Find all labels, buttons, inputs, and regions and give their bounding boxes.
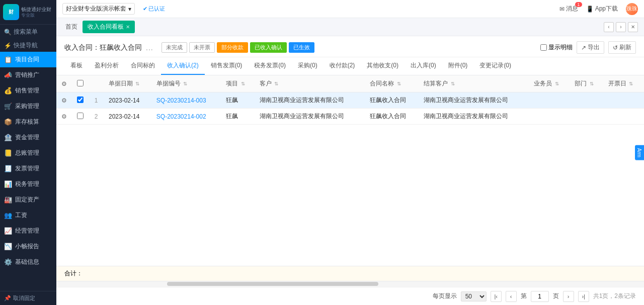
pin-icon: 📌 bbox=[4, 295, 11, 301]
first-page-button[interactable]: |‹ bbox=[491, 291, 502, 302]
status-incomplete[interactable]: 未完成 bbox=[162, 42, 187, 53]
purchase-icon: 🛒 bbox=[4, 103, 12, 111]
row-checkbox[interactable] bbox=[77, 113, 84, 119]
topbar-right: ✉ 1 消息 📱 App下载 珠珠 bbox=[559, 3, 638, 15]
page-header: 收入合同：狂飙收入合同 ... 未完成 未开票 部分收款 已收入确认 已生效 显… bbox=[56, 36, 644, 57]
status-active[interactable]: 已生效 bbox=[289, 42, 314, 53]
sidebar-item-project-contract[interactable]: 📋 项目合同 bbox=[0, 52, 56, 67]
home-tab[interactable]: 首页 bbox=[62, 23, 80, 31]
subtab-tax-invoice[interactable]: 税务发票(0) bbox=[248, 57, 292, 75]
tab-next-button[interactable]: › bbox=[616, 22, 626, 32]
sidebar-item-inventory[interactable]: 📦 库存核算 bbox=[0, 114, 56, 130]
main-content: 好业财专业版演示帐套 ▾ ✔ 已认证 ✉ 1 消息 📱 App下载 珠珠 bbox=[56, 0, 644, 305]
close-tab-icon[interactable]: ✕ bbox=[126, 24, 130, 30]
detail-checkbox[interactable] bbox=[540, 44, 547, 51]
row-checkbox-cell[interactable] bbox=[72, 92, 89, 109]
sidebar-item-general-ledger[interactable]: 📒 总账管理 bbox=[0, 145, 56, 161]
topbar: 好业财专业版演示帐套 ▾ ✔ 已认证 ✉ 1 消息 📱 App下载 珠珠 bbox=[56, 0, 644, 18]
sidebar-item-reports[interactable]: 📉 小畅报告 bbox=[0, 239, 56, 254]
ledger-icon: 📒 bbox=[4, 149, 12, 157]
opendate-col-header: 开票日 ⇅ bbox=[603, 75, 644, 92]
salesperson-col-header: 业务员 ⇅ bbox=[529, 75, 570, 92]
tabbar: 首页 收入合同看板 ✕ ‹ › ✕ bbox=[56, 18, 644, 36]
nav-icon: ⚡ bbox=[4, 42, 12, 49]
company-selector[interactable]: 好业财专业版演示帐套 ▾ bbox=[62, 3, 135, 15]
row-code[interactable]: SQ-20230214-003 bbox=[151, 92, 221, 109]
checkbox-col-header bbox=[72, 75, 89, 92]
subtab-kanban[interactable]: 看板 bbox=[64, 57, 89, 75]
status-confirmed[interactable]: 已收入确认 bbox=[250, 42, 287, 53]
message-button[interactable]: ✉ 1 消息 bbox=[559, 5, 578, 13]
subtab-other[interactable]: 其他收支(0) bbox=[361, 57, 405, 75]
sidebar-item-base[interactable]: ⚙️ 基础信息 bbox=[0, 254, 56, 270]
total-row: 合计： bbox=[56, 266, 644, 281]
table-row[interactable]: ⚙ 1 2023-02-14 SQ-20230214-003 狂飙 湖南卫视商业… bbox=[56, 92, 644, 109]
sidebar-item-marketing[interactable]: 📣 营销推广 bbox=[0, 67, 56, 83]
prev-page-button[interactable]: ‹ bbox=[506, 291, 517, 302]
table-row[interactable]: ⚙ 2 2023-02-14 SQ-20230214-002 狂飙 湖南卫视商业… bbox=[56, 109, 644, 125]
row-customer: 湖南卫视商业运营发展有限公司 bbox=[255, 109, 365, 125]
horizontal-scrollbar[interactable] bbox=[167, 282, 378, 286]
refresh-button[interactable]: ↺ 刷新 bbox=[608, 41, 636, 54]
subtab-warehouse[interactable]: 出入库(0) bbox=[405, 57, 442, 75]
page-unit: 页 bbox=[553, 292, 559, 300]
right-actions: 显示明细 ↗ 导出 ↺ 刷新 bbox=[540, 41, 636, 54]
row-settings[interactable]: ⚙ bbox=[56, 109, 72, 125]
sidebar-item-ops[interactable]: 📈 经营管理 bbox=[0, 223, 56, 239]
unpin-button[interactable]: 📌 取消固定 bbox=[0, 291, 56, 305]
tab-prev-button[interactable]: ‹ bbox=[604, 22, 614, 32]
tax-icon: 📊 bbox=[4, 180, 12, 188]
page-input[interactable] bbox=[531, 291, 549, 302]
search-menu[interactable]: 🔍 搜索菜单 bbox=[0, 25, 56, 39]
subtab-attachments[interactable]: 附件(0) bbox=[442, 57, 474, 75]
row-number: 2 bbox=[89, 109, 104, 125]
total-label: 合计： bbox=[64, 269, 83, 278]
sidebar-item-sales[interactable]: 💰 销售管理 bbox=[0, 83, 56, 98]
row-checkbox[interactable] bbox=[77, 96, 84, 103]
row-code-link[interactable]: SQ-20230214-003 bbox=[156, 97, 206, 104]
row-settings[interactable]: ⚙ bbox=[56, 92, 72, 109]
sidebar-logo: 财 畅捷通好业财 专业版 bbox=[0, 0, 56, 25]
subtab-profit[interactable]: 盈利分析 bbox=[89, 57, 125, 75]
subtab-changes[interactable]: 变更记录(0) bbox=[473, 57, 517, 75]
capital-icon: 🏦 bbox=[4, 134, 12, 142]
sidebar-item-capital[interactable]: 🏦 资金管理 bbox=[0, 130, 56, 145]
subtab-contract-items[interactable]: 合同标的 bbox=[125, 57, 161, 75]
user-avatar[interactable]: 珠珠 bbox=[626, 3, 638, 15]
message-icon: ✉ bbox=[559, 6, 565, 13]
data-table: ⚙ 单据日期 ⇅ 单据编号 ⇅ 项目 ⇅ 客户 ⇅ 合同名称 ⇅ 结算客户 ⇅ … bbox=[56, 75, 644, 125]
sidebar-item-purchase[interactable]: 🛒 采购管理 bbox=[0, 98, 56, 114]
sidebar-item-fixed-assets[interactable]: 🏭 固定资产 bbox=[0, 192, 56, 208]
next-page-button[interactable]: › bbox=[563, 291, 574, 302]
export-button[interactable]: ↗ 导出 bbox=[577, 41, 604, 54]
sidebar-item-tax[interactable]: 📊 税务管理 bbox=[0, 176, 56, 192]
app-download-button[interactable]: 📱 App下载 bbox=[586, 5, 618, 13]
chevron-down-icon: ▾ bbox=[128, 6, 131, 13]
subtab-purchase[interactable]: 采购(0) bbox=[292, 57, 324, 75]
row-code-link[interactable]: SQ-20230214-002 bbox=[156, 113, 206, 120]
row-project: 狂飙 bbox=[221, 92, 255, 109]
subtab-income-confirm[interactable]: 收入确认(2) bbox=[161, 57, 205, 75]
reports-icon: 📉 bbox=[4, 243, 12, 251]
sidebar-item-hr[interactable]: 👥 工资 bbox=[0, 208, 56, 223]
subtab-payment[interactable]: 收付款(2) bbox=[324, 57, 361, 75]
select-all-checkbox[interactable] bbox=[77, 80, 84, 86]
hr-icon: 👥 bbox=[4, 212, 12, 220]
more-options-button[interactable]: ... bbox=[146, 44, 153, 52]
row-checkbox-cell[interactable] bbox=[72, 109, 89, 125]
subtab-sales-invoice[interactable]: 销售发票(0) bbox=[205, 57, 249, 75]
tab-close-button[interactable]: ✕ bbox=[628, 22, 638, 32]
status-partial[interactable]: 部分收款 bbox=[217, 42, 248, 53]
row-code[interactable]: SQ-20230214-002 bbox=[151, 109, 221, 125]
show-detail-checkbox[interactable]: 显示明细 bbox=[540, 43, 573, 52]
right-float-button[interactable]: Arm bbox=[635, 145, 644, 160]
sidebar-item-invoice[interactable]: 🧾 发票管理 bbox=[0, 161, 56, 176]
per-page-select[interactable]: 50 20 100 bbox=[461, 291, 487, 301]
status-uninvoiced[interactable]: 未开票 bbox=[189, 42, 215, 53]
quick-nav[interactable]: ⚡ 快捷导航 bbox=[0, 39, 56, 52]
last-page-button[interactable]: ›| bbox=[578, 291, 589, 302]
row-dept bbox=[570, 92, 603, 109]
refresh-icon: ↺ bbox=[613, 44, 618, 51]
active-tab-income-contract[interactable]: 收入合同看板 ✕ bbox=[83, 21, 135, 33]
message-badge: 1 bbox=[575, 2, 582, 7]
